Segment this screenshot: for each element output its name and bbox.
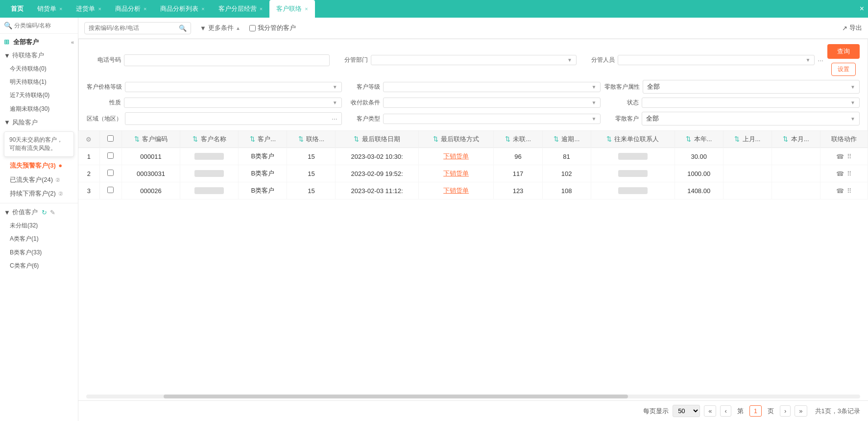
last-method-link[interactable]: 下销货单 bbox=[443, 152, 469, 160]
last-page-btn[interactable]: » bbox=[795, 405, 807, 417]
tab-sales-close[interactable]: × bbox=[59, 6, 62, 12]
col-last-month-sort-icon[interactable]: ⇅ bbox=[734, 135, 740, 143]
sidebar-item-lost-already[interactable]: 已流失客户(24) ② bbox=[0, 173, 78, 187]
sidebar-group-pending[interactable]: ▼ 待联络客户 bbox=[0, 49, 78, 62]
tab-analysis-close[interactable]: × bbox=[144, 6, 146, 12]
col-overdue-sort-icon[interactable]: ⇅ bbox=[554, 135, 559, 143]
filter-nature-select[interactable]: ▼ bbox=[124, 98, 342, 108]
filter-dept-select[interactable]: ▼ bbox=[371, 55, 577, 65]
next-page-btn[interactable]: › bbox=[780, 405, 791, 417]
sidebar-item-week7[interactable]: 近7天待联络(0) bbox=[0, 89, 78, 102]
filter-region-select[interactable]: ··· bbox=[125, 112, 342, 125]
tab-analysis[interactable]: 商品分析 × bbox=[108, 0, 153, 18]
last-method-link[interactable]: 下销货单 bbox=[443, 187, 469, 194]
action-icons: ☎ ⠿ bbox=[825, 187, 863, 195]
tab-customer-tier[interactable]: 客户分层经营 × bbox=[212, 0, 269, 18]
horizontal-scrollbar[interactable] bbox=[86, 395, 860, 398]
sidebar-item-today[interactable]: 今天待联络(0) bbox=[0, 62, 78, 75]
filter-customer-type-select[interactable]: ▼ bbox=[383, 114, 601, 124]
last-method-link[interactable]: 下销货单 bbox=[443, 170, 469, 177]
window-close-button[interactable]: × bbox=[860, 4, 864, 13]
select-all-checkbox[interactable] bbox=[107, 135, 114, 142]
action-phone-icon[interactable]: ☎ bbox=[836, 187, 844, 195]
sidebar-item-at-risk[interactable]: 流失预警客户(3) ● bbox=[0, 159, 78, 173]
action-menu-icon[interactable]: ⠿ bbox=[847, 153, 852, 160]
col-name-sort-icon[interactable]: ⇅ bbox=[193, 135, 198, 143]
export-button[interactable]: ↗ 导出 bbox=[842, 24, 862, 32]
table-gear-icon[interactable]: ⚙ bbox=[86, 136, 92, 143]
prev-page-btn[interactable]: ‹ bbox=[720, 405, 731, 417]
col-last-date-sort-icon[interactable]: ⇅ bbox=[354, 135, 359, 143]
col-contact-person-sort-icon[interactable]: ⇅ bbox=[606, 135, 612, 143]
tab-customer-contact[interactable]: 客户联络 × bbox=[269, 0, 314, 18]
action-phone-icon[interactable]: ☎ bbox=[836, 170, 844, 177]
sidebar-item-class-b[interactable]: B类客户(33) bbox=[0, 246, 78, 259]
edit-icon[interactable]: ✎ bbox=[50, 209, 55, 216]
col-type-sort-icon[interactable]: ⇅ bbox=[250, 135, 255, 143]
sidebar-item-class-c[interactable]: C类客户(6) bbox=[0, 259, 78, 272]
tab-purchase[interactable]: 进货单 × bbox=[69, 0, 108, 18]
filter-customer-level-select[interactable]: ▼ bbox=[383, 82, 601, 92]
col-this-year-sort-icon[interactable]: ⇅ bbox=[686, 135, 691, 143]
filter-price-level-select[interactable]: ▼ bbox=[125, 82, 342, 92]
tab-customer-contact-close[interactable]: × bbox=[305, 6, 308, 12]
sidebar-item-declining[interactable]: 持续下滑客户(2) ② bbox=[0, 187, 78, 201]
sidebar-item-class-a[interactable]: A类客户(1) bbox=[0, 232, 78, 246]
query-button[interactable]: 查询 bbox=[827, 44, 860, 59]
scrollbar-thumb[interactable] bbox=[164, 395, 628, 398]
sidebar-item-overdue[interactable]: 逾期未联络(30) bbox=[0, 102, 78, 116]
filter-search-input[interactable] bbox=[89, 25, 177, 31]
filter-status-select[interactable]: ▼ bbox=[642, 98, 860, 108]
filter-payment-select[interactable]: ▼ bbox=[383, 98, 601, 108]
first-page-btn[interactable]: « bbox=[704, 405, 716, 417]
row-checkbox[interactable] bbox=[107, 187, 114, 193]
collapse-icon[interactable]: « bbox=[71, 39, 74, 45]
filter-sparse-attr-select[interactable]: 全部 ▼ bbox=[643, 80, 860, 94]
cell-last-method[interactable]: 下销货单 bbox=[418, 182, 494, 199]
tab-analysis-list-close[interactable]: × bbox=[201, 6, 204, 12]
action-phone-icon[interactable]: ☎ bbox=[836, 153, 844, 160]
my-customers-checkbox[interactable] bbox=[249, 25, 256, 31]
col-contact-sort-icon[interactable]: ⇅ bbox=[298, 135, 304, 143]
tab-analysis-list[interactable]: 商品分析列表 × bbox=[153, 0, 211, 18]
row-checkbox[interactable] bbox=[107, 152, 114, 159]
more-conditions-btn[interactable]: ▼ 更多条件 ▲ bbox=[196, 22, 244, 34]
cell-last-method[interactable]: 下销货单 bbox=[418, 165, 494, 182]
tab-sales[interactable]: 销货单 × bbox=[30, 0, 69, 18]
person-ellipsis-btn[interactable]: ··· bbox=[818, 56, 823, 64]
sidebar-item-ungrouped[interactable]: 未分组(32) bbox=[0, 219, 78, 232]
filter-person-select[interactable]: ▼ bbox=[618, 55, 815, 65]
col-checkbox[interactable] bbox=[99, 131, 121, 148]
cell-checkbox[interactable] bbox=[99, 182, 121, 199]
filter-sparse-customer-select[interactable]: 全部 ▼ bbox=[642, 112, 860, 125]
filter-field-nature: 性质 ▼ bbox=[87, 98, 342, 108]
region-ellipsis[interactable]: ··· bbox=[332, 115, 338, 123]
refresh-icon[interactable]: ↻ bbox=[42, 209, 47, 216]
cell-index: 2 bbox=[78, 165, 99, 182]
sidebar-search-input[interactable] bbox=[14, 22, 78, 29]
my-customers-checkbox-label[interactable]: 我分管的客户 bbox=[249, 24, 296, 32]
filter-search-icon[interactable]: 🔍 bbox=[179, 25, 187, 32]
sidebar-group-value[interactable]: ▼ 价值客户 ↻ ✎ bbox=[0, 205, 78, 219]
sidebar-root-title[interactable]: ⊞ 全部客户 « bbox=[0, 34, 78, 49]
sidebar-group-risk[interactable]: ▼ 风险客户 bbox=[0, 116, 78, 129]
settings-button[interactable]: 设置 bbox=[831, 63, 856, 76]
col-gear[interactable]: ⚙ bbox=[78, 131, 99, 148]
cell-checkbox[interactable] bbox=[99, 165, 121, 182]
cell-checkbox[interactable] bbox=[99, 148, 121, 165]
page-size-select[interactable]: 50 20 100 bbox=[673, 405, 700, 417]
col-uncontacted-sort-icon[interactable]: ⇅ bbox=[505, 135, 510, 143]
sidebar-item-tomorrow[interactable]: 明天待联络(1) bbox=[0, 75, 78, 89]
col-this-month-sort-icon[interactable]: ⇅ bbox=[783, 135, 788, 143]
tab-customer-tier-close[interactable]: × bbox=[260, 6, 263, 12]
cell-last-method[interactable]: 下销货单 bbox=[418, 148, 494, 165]
filter-phone-input[interactable] bbox=[124, 54, 330, 66]
nature-arrow: ▼ bbox=[333, 100, 338, 105]
row-checkbox[interactable] bbox=[107, 170, 114, 176]
action-menu-icon[interactable]: ⠿ bbox=[847, 187, 852, 195]
tab-home[interactable]: 首页 bbox=[4, 0, 30, 18]
col-code-sort-icon[interactable]: ⇅ bbox=[134, 135, 140, 143]
tab-purchase-close[interactable]: × bbox=[98, 6, 101, 12]
col-last-method-sort-icon[interactable]: ⇅ bbox=[433, 135, 438, 143]
action-menu-icon[interactable]: ⠿ bbox=[847, 170, 852, 177]
